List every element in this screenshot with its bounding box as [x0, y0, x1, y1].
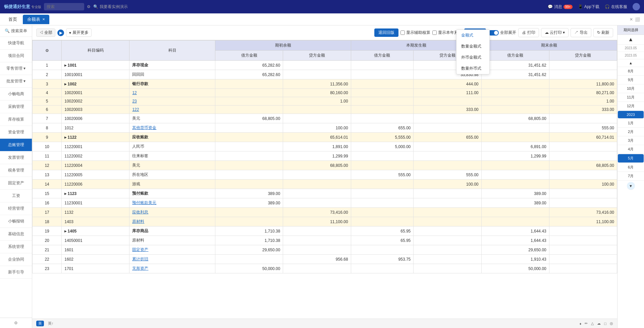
window-expand-icon[interactable]: ⬜ — [635, 17, 640, 22]
sidebar-item-ecommerce[interactable]: 小畅电商 — [0, 88, 32, 101]
right-panel-nov[interactable]: 11月 — [618, 93, 644, 102]
row-op-debit — [215, 89, 283, 97]
refresh-btn[interactable]: ↻ 刷新 — [593, 28, 613, 37]
right-panel-year-2023-start[interactable]: 2023.05 — [618, 45, 644, 52]
format-option-qty-foreign[interactable]: 数量外币式 — [457, 63, 489, 74]
format-dropdown: 金额式 数量金额式 外币金额式 数量外币式 — [456, 29, 490, 74]
top-search-input[interactable] — [44, 3, 84, 10]
right-panel-jan[interactable]: 1月 — [618, 119, 644, 128]
app-download-btn[interactable]: 📱 App下载 — [578, 4, 599, 10]
sidebar-item-invoice[interactable]: 发票管理 — [0, 151, 32, 164]
right-panel-apr[interactable]: 4月 — [618, 145, 644, 154]
export-btn[interactable]: ↗ 导出 — [571, 28, 591, 37]
sidebar-item-assets[interactable]: 固定资产 — [0, 177, 32, 190]
right-panel-dec[interactable]: 12月 — [618, 102, 644, 111]
sidebar-search[interactable]: 🔍 搜索菜单 — [0, 25, 32, 37]
row-name[interactable]: 其他货币资金 — [129, 123, 215, 133]
right-panel-expand-up[interactable]: ▲ — [618, 59, 644, 67]
sidebar-item-ledger[interactable]: 总账管理 — [0, 139, 32, 151]
row-name[interactable]: 预付账款美元 — [129, 198, 215, 208]
tab-balance-sheet[interactable]: 余额表 ✕ — [23, 15, 49, 24]
row-pd-debit — [351, 208, 414, 217]
sidebar-item-system[interactable]: 系统管理 — [0, 241, 32, 253]
sidebar-item-inventory[interactable]: 库存核算 — [0, 113, 32, 126]
sidebar-item-expense[interactable]: 小畅报销 — [0, 215, 32, 228]
row-name[interactable]: 12 — [129, 89, 215, 97]
format-option-foreign-amount[interactable]: 外币金额式 — [457, 52, 489, 63]
format-option-amount[interactable]: 金额式 — [457, 30, 489, 41]
status-lang-btn[interactable]: 英 — [36, 321, 44, 326]
row-name[interactable]: 原材料 — [129, 217, 215, 226]
right-panel-collapse[interactable]: ▲ — [618, 35, 644, 45]
settings-top-icon[interactable]: ⚙ — [87, 4, 91, 9]
row-name[interactable]: 固定资产 — [129, 245, 215, 255]
row-name[interactable]: 应收利息 — [129, 208, 215, 217]
nav-forward-btn[interactable]: ▶ — [57, 29, 64, 36]
row-code: 10010001 — [62, 70, 129, 79]
account-link[interactable]: 其他货币资金 — [132, 125, 156, 130]
row-op-credit — [283, 170, 351, 180]
status-icon-5: ☁ — [597, 321, 601, 326]
account-link[interactable]: 累计折旧 — [132, 257, 148, 261]
tab-home[interactable]: 首页 — [4, 15, 21, 24]
row-name[interactable]: 23 — [129, 97, 215, 106]
account-link[interactable]: 原材料 — [132, 219, 144, 224]
th-settings[interactable]: ⚙ — [33, 41, 62, 61]
print-btn[interactable]: 🖨 打印 — [518, 28, 539, 37]
account-link[interactable]: 23 — [132, 99, 137, 104]
tab-close-icon[interactable]: ✕ — [42, 17, 45, 21]
right-panel-feb[interactable]: 2月 — [618, 128, 644, 136]
right-panel-aug[interactable]: 8月 — [618, 67, 644, 76]
sidebar-item-purchase[interactable]: 采购管理 — [0, 101, 32, 113]
sidebar-item-tax[interactable]: 税务管理 — [0, 164, 32, 177]
sidebar-item-guide[interactable]: 新手引导 — [0, 266, 32, 279]
row-op-debit — [215, 97, 283, 106]
return-old-btn[interactable]: 退回旧版 — [374, 28, 398, 37]
sidebar-item-retail[interactable]: 零售管理 ▾ — [0, 62, 32, 75]
account-link[interactable]: 122 — [132, 107, 139, 112]
row-name[interactable]: 122 — [129, 106, 215, 114]
demo-link[interactable]: 🔍 我要看实例演示 — [93, 4, 127, 10]
right-panel-may[interactable]: 5月 — [618, 154, 644, 163]
show-auxiliary-label: 显示辅助核算 — [406, 30, 430, 36]
right-panel-year-2023[interactable]: 2023 — [618, 111, 644, 119]
format-option-qty-amount[interactable]: 数量金额式 — [457, 41, 489, 52]
expand-all-label: 全部展开 — [500, 30, 516, 36]
show-ytd-checkbox[interactable] — [432, 30, 437, 35]
sidebar-item-contract[interactable]: 项目合同 — [0, 50, 32, 62]
toggle-control[interactable] — [488, 30, 499, 36]
account-link[interactable]: 12 — [132, 90, 137, 95]
right-panel-sep[interactable]: 9月 — [618, 76, 644, 84]
account-link[interactable]: 无形资产 — [132, 266, 148, 271]
right-panel-jun[interactable]: 6月 — [618, 163, 644, 172]
message-btn[interactable]: 💬 消息 99+ — [548, 4, 573, 10]
cloud-print-btn[interactable]: ☁ 云打印 ▾ — [541, 28, 569, 37]
sidebar-item-finance[interactable]: 资金管理 — [0, 126, 32, 139]
right-panel-jul[interactable]: 7月 — [618, 172, 644, 181]
right-panel-mar[interactable]: 3月 — [618, 136, 644, 145]
row-name[interactable]: 无形资产 — [129, 264, 215, 273]
row-no: 5 — [33, 97, 62, 106]
show-auxiliary-checkbox[interactable] — [400, 30, 405, 35]
account-link[interactable]: 预付账款美元 — [132, 200, 156, 205]
sidebar-item-payroll[interactable]: 工资 — [0, 190, 32, 202]
sidebar-settings[interactable]: ⚙ — [0, 318, 32, 328]
right-panel-expand-down[interactable]: ▼ — [627, 182, 635, 190]
account-link[interactable]: 固定资产 — [132, 247, 148, 252]
user-avatar[interactable] — [633, 3, 640, 10]
sidebar-item-basic[interactable]: 基础信息 — [0, 228, 32, 241]
nav-all-btn[interactable]: ◁ 全部 — [36, 28, 55, 37]
row-op-debit — [215, 79, 283, 89]
online-service-btn[interactable]: 🎧 在线客服 — [605, 4, 627, 10]
sidebar-item-wholesale[interactable]: 批发管理 ▾ — [0, 75, 32, 88]
row-op-credit: 68,805.00 — [283, 161, 351, 170]
sidebar-item-collab[interactable]: 企业协同 — [0, 253, 32, 266]
expand-more-btn[interactable]: ▾ 展开更多 — [66, 28, 92, 37]
sidebar-item-quicknav[interactable]: 快捷导航 — [0, 37, 32, 50]
right-panel-oct[interactable]: 10月 — [618, 84, 644, 93]
row-name[interactable]: 累计折旧 — [129, 255, 215, 264]
window-close-icon[interactable]: ✕ — [630, 17, 633, 22]
account-link[interactable]: 应收利息 — [132, 210, 148, 214]
right-panel-year-2023-end[interactable]: 2023.05 — [618, 52, 644, 59]
sidebar-item-operation[interactable]: 经营管理 — [0, 202, 32, 215]
